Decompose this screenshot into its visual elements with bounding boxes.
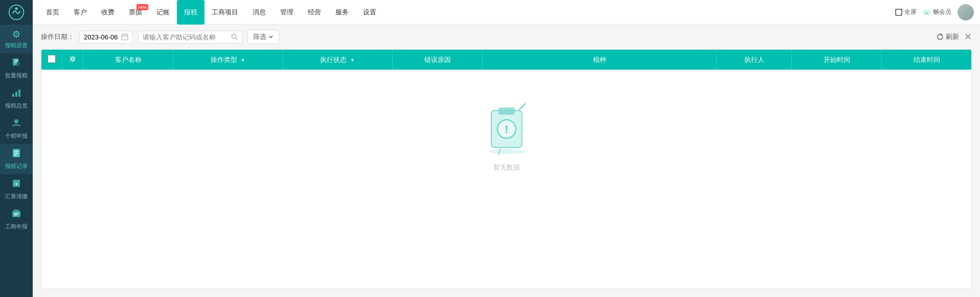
topnav: 首页 客户 收费 票据 new 记账 报税 工商项目 消息 管理 经营: [33, 0, 980, 25]
svg-rect-12: [14, 151, 18, 152]
svg-point-26: [72, 58, 74, 60]
svg-rect-21: [896, 9, 902, 15]
svg-text:✓: ✓: [17, 62, 20, 66]
col-kaishi-shijian: 开始时间: [791, 50, 881, 70]
nav-kehu[interactable]: 客户: [66, 0, 94, 25]
nav-jingying[interactable]: 经营: [301, 0, 328, 25]
refresh-icon: [937, 33, 944, 40]
annual-report-icon: [11, 208, 21, 221]
svg-text:▶: ▶: [926, 11, 928, 14]
col-settings: [62, 50, 83, 70]
col-caozuo-leixing: 操作类型 ▼: [173, 50, 283, 70]
nav-piaoju[interactable]: 票据 new: [122, 0, 149, 25]
select-all-checkbox[interactable]: [48, 55, 56, 63]
sidebar-item-baoshui-shezhi[interactable]: ⚙ 报税设置: [0, 25, 33, 53]
search-box[interactable]: [138, 31, 242, 44]
svg-rect-9: [18, 90, 20, 97]
topnav-right: 全屏 ▶ 畅会员: [895, 4, 974, 20]
nav-gongshang-xiangmu[interactable]: 工商项目: [204, 0, 245, 25]
member-button[interactable]: ▶ 畅会员: [923, 8, 951, 16]
settings-icon: ⚙: [12, 29, 20, 40]
fullscreen-button[interactable]: 全屏: [895, 8, 917, 16]
nav-shezhi[interactable]: 设置: [356, 0, 383, 25]
person-tax-icon: [11, 118, 21, 131]
svg-rect-20: [14, 215, 17, 216]
svg-rect-18: [14, 209, 19, 211]
column-settings-icon[interactable]: [69, 55, 77, 63]
svg-rect-3: [14, 60, 18, 61]
date-picker[interactable]: 2023-06-06: [79, 31, 133, 44]
nav-shoufei[interactable]: 收费: [94, 0, 122, 25]
calendar-icon: [121, 33, 128, 40]
sidebar-item-baoshui-zongjie[interactable]: 报税总览: [0, 83, 33, 114]
search-input[interactable]: [143, 33, 229, 41]
svg-line-34: [519, 104, 525, 110]
sidebar-item-gongshang-nianbao[interactable]: 工商年报: [0, 204, 33, 235]
refresh-button[interactable]: 刷新: [937, 32, 959, 41]
batch-tax-icon: ✓: [11, 57, 21, 70]
sidebar-item-baoshui-jilu[interactable]: 报税记录: [0, 144, 33, 174]
svg-text:!: !: [505, 123, 508, 136]
nav-baoshui[interactable]: 报税: [177, 0, 204, 25]
overview-icon: [11, 88, 21, 100]
col-checkbox: [41, 50, 62, 70]
svg-rect-17: [12, 211, 20, 217]
empty-illustration: !: [476, 100, 537, 157]
nav-guanli[interactable]: 管理: [273, 0, 301, 25]
sidebar-item-geshuishenbao[interactable]: 个税申报: [0, 114, 33, 144]
col-jieshu-shijian: 结束时间: [882, 50, 971, 70]
col-zhixing-zhuangtai: 执行状态 ▼: [283, 50, 392, 70]
avatar-image: [958, 4, 974, 20]
data-table: 客户名称 操作类型 ▼ 执行状态 ▼ 错误原因: [41, 50, 971, 203]
svg-rect-13: [14, 153, 18, 154]
svg-point-1: [15, 7, 17, 10]
record-icon: [11, 148, 21, 161]
col-kehu-mingcheng: 客户名称: [83, 50, 173, 70]
empty-text: 暂无数据: [493, 163, 520, 172]
sidebar-item-huisuan-jiaonuo[interactable]: ¥ 汇算清缴: [0, 174, 33, 204]
col-shuizhong: 税种: [483, 50, 717, 70]
filter-button[interactable]: 筛选: [247, 30, 279, 44]
nav-fuwu[interactable]: 服务: [328, 0, 356, 25]
date-label: 操作日期：: [41, 32, 74, 41]
chevron-down-icon: [268, 34, 274, 39]
search-icon: [231, 33, 238, 40]
sidebar-item-piliang-baoshui[interactable]: ✓ 批量报税: [0, 53, 33, 83]
settlement-icon: ¥: [11, 178, 21, 191]
svg-point-35: [523, 102, 527, 105]
toolbar-actions: 刷新 ✕: [937, 31, 972, 43]
sidebar-logo: [0, 0, 33, 25]
sort-icon: ▼: [350, 57, 355, 63]
nav-xiaoxi[interactable]: 消息: [245, 0, 273, 25]
col-cuowu-yuanyin: 错误原因: [392, 50, 482, 70]
svg-rect-29: [498, 108, 515, 115]
nav-jizhang[interactable]: 记账: [149, 0, 177, 25]
svg-rect-8: [15, 92, 17, 97]
page-content: 操作日期： 2023-06-06 筛选: [33, 25, 980, 297]
svg-rect-24: [122, 34, 128, 40]
main-wrapper: 首页 客户 收费 票据 new 记账 报税 工商项目 消息 管理 经营: [33, 0, 980, 297]
toolbar: 操作日期： 2023-06-06 筛选: [33, 25, 980, 49]
svg-rect-14: [14, 155, 17, 156]
sidebar: ⚙ 报税设置 ✓ 批量报税 报税总览: [0, 0, 33, 297]
table-container: 客户名称 操作类型 ▼ 执行状态 ▼ 错误原因: [41, 49, 972, 289]
svg-rect-19: [14, 213, 19, 214]
nav-shouye[interactable]: 首页: [39, 0, 66, 25]
sort-icon: ▼: [240, 57, 245, 63]
col-zhixingren: 执行人: [717, 50, 792, 70]
user-avatar[interactable]: [958, 4, 974, 20]
close-button[interactable]: ✕: [964, 31, 972, 43]
svg-point-36: [489, 149, 525, 154]
svg-rect-4: [14, 62, 17, 63]
svg-text:¥: ¥: [14, 181, 18, 186]
svg-rect-7: [12, 94, 14, 97]
svg-point-10: [14, 119, 18, 123]
empty-state: ! 暂无数据: [41, 70, 971, 203]
new-badge: new: [136, 4, 148, 11]
